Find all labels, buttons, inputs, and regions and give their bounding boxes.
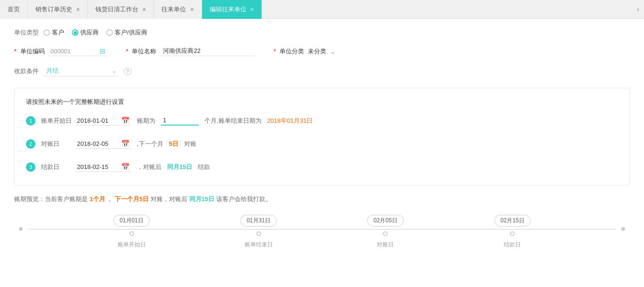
tab-partner-units[interactable]: 往来单位 × [154, 0, 202, 19]
tab-partner-units-close[interactable]: × [190, 6, 194, 13]
period-row-2: 2 对账日 📅 ,下一个月 5日 对账 [26, 139, 618, 149]
payment-terms-arrow: ⌄ [112, 68, 116, 74]
timeline: 01月01日 账单开始日 01月31日 账单结束日 02月05日 对账日 [14, 215, 630, 249]
copy-icon[interactable]: ⊟ [100, 47, 105, 55]
preview-text: 账期预览：当前客户账期是 1个月 ， 下一个月5日 对账，对账后 同月15日 该… [14, 195, 630, 203]
payment-date-input[interactable] [77, 163, 119, 170]
tab-sales-history[interactable]: 销售订单历史 × [28, 0, 88, 19]
tab-edit-partner[interactable]: 编辑往来单位 × [202, 0, 262, 19]
node-dot-1 [129, 231, 134, 236]
payment-terms-label: 收款条件 [14, 67, 39, 76]
radio-supplier[interactable]: 供应商 [72, 28, 99, 37]
tab-cash-work-close[interactable]: × [142, 6, 146, 13]
payment-terms-value: 月结 [46, 67, 110, 75]
unit-code-input[interactable] [51, 48, 98, 55]
node-label-top-4: 02月15日 [494, 215, 531, 227]
tab-cash-work[interactable]: 钱货日清工作台 × [88, 0, 154, 19]
row-number-3: 3 [26, 162, 35, 172]
radio-customer-circle [43, 29, 50, 36]
period-value-input[interactable] [161, 116, 199, 126]
end-date-highlight: 2018年01月31日 [267, 117, 313, 125]
timeline-start [19, 227, 23, 231]
tab-edit-partner-close[interactable]: × [250, 6, 254, 13]
node-dot-3 [383, 231, 388, 236]
radio-both-circle [106, 29, 113, 36]
field-label-3: 结款日 [41, 163, 69, 171]
unit-type-label: 单位类型 [14, 28, 39, 37]
period-row-3: 3 结款日 📅 ，对账后 同月15日 结款 [26, 162, 618, 172]
main-content: 单位类型 客户 供应商 客户/供应商 * 单位编码 ⊟ [0, 19, 644, 287]
timeline-nodes: 01月01日 账单开始日 01月31日 账单结束日 02月05日 对账日 [33, 215, 611, 249]
classify-value: 未分类 [308, 47, 326, 56]
start-date-input[interactable] [77, 117, 119, 124]
node-label-top-2: 01月31日 [240, 215, 277, 227]
timeline-end [621, 227, 625, 231]
reconcile-date-calendar-icon[interactable]: 📅 [121, 140, 129, 147]
payment-date-calendar-icon[interactable]: 📅 [121, 163, 129, 170]
preview-part2: 下一个月5日 [115, 195, 149, 203]
payment-suffix-2: 结款 [198, 163, 210, 171]
reconcile-date-input-wrap: 📅 [75, 139, 131, 149]
reconcile-suffix-1: ,下一个月 [137, 140, 163, 148]
payment-terms-select[interactable]: 月结 ⌄ [43, 66, 119, 76]
period-unit-text: 个月,账单结束日期为 [204, 117, 262, 125]
period-settings-section: 请按照未来的一个完整帐期进行设置 1 账单开始日 📅 账期为 个月,账单结束日期… [14, 88, 630, 186]
end-dot [621, 227, 625, 231]
field-label-1: 账单开始日 [41, 117, 69, 125]
unit-info-row: * 单位编码 ⊟ * 单位名称 * 单位分类 未分类 ⌄ [14, 46, 630, 56]
unit-type-row: 单位类型 客户 供应商 客户/供应商 [14, 28, 630, 37]
field-label-2: 对账日 [41, 140, 69, 148]
node-label-bottom-4: 结款日 [504, 241, 521, 249]
timeline-node-3: 02月05日 对账日 [367, 215, 404, 249]
node-label-bottom-1: 账单开始日 [118, 241, 146, 249]
preview-part3: 同月15日 [189, 195, 214, 203]
section-title: 请按照未来的一个完整帐期进行设置 [26, 98, 618, 106]
node-label-top-3: 02月05日 [367, 215, 404, 227]
tab-home[interactable]: 首页 [0, 0, 28, 19]
tab-sales-history-close[interactable]: × [76, 6, 80, 13]
payment-date-input-wrap: 📅 [75, 162, 131, 172]
unit-name-group: * 单位名称 [126, 47, 255, 56]
payment-terms-row: 收款条件 月结 ⌄ ? [14, 66, 630, 76]
radio-supplier-circle [72, 29, 78, 36]
reconcile-suffix-2: 对账 [184, 140, 196, 148]
payment-highlight: 同月15日 [167, 163, 192, 171]
unit-classify-group: * 单位分类 未分类 ⌄ [273, 47, 383, 56]
timeline-node-1: 01月01日 账单开始日 [113, 215, 150, 249]
timeline-node-4: 02月15日 结款日 [494, 215, 531, 249]
row-number-2: 2 [26, 139, 35, 149]
unit-code-label: * 单位编码 [14, 47, 45, 56]
node-label-top-1: 01月01日 [113, 215, 150, 227]
period-label: 账期为 [137, 117, 155, 125]
node-dot-4 [510, 231, 515, 236]
unit-name-input[interactable] [160, 47, 254, 56]
timeline-node-2: 01月31日 账单结束日 [240, 215, 277, 249]
start-date-input-wrap: 📅 [75, 116, 131, 126]
unit-classify-select[interactable]: 未分类 ⌄ [308, 47, 383, 56]
radio-customer[interactable]: 客户 [43, 28, 64, 37]
start-date-calendar-icon[interactable]: 📅 [121, 117, 129, 124]
radio-both[interactable]: 客户/供应商 [106, 28, 147, 37]
unit-name-label: * 单位名称 [126, 47, 157, 56]
start-dot [19, 227, 23, 231]
row-number-1: 1 [26, 116, 35, 126]
reconcile-highlight: 5日 [169, 140, 178, 148]
tab-scroll-arrow[interactable]: › [632, 5, 644, 14]
period-row-1: 1 账单开始日 📅 账期为 个月,账单结束日期为 2018年01月31日 [26, 116, 618, 126]
payment-suffix-1: ，对账后 [137, 163, 161, 171]
unit-classify-label: * 单位分类 [273, 47, 304, 56]
node-label-bottom-2: 账单结束日 [245, 241, 273, 249]
unit-code-group: * 单位编码 ⊟ [14, 46, 107, 56]
node-dot-2 [256, 231, 261, 236]
node-label-bottom-3: 对账日 [377, 241, 394, 249]
reconcile-date-input[interactable] [77, 140, 119, 147]
preview-part1: 1个月 [90, 195, 105, 203]
help-icon[interactable]: ? [124, 68, 131, 75]
unit-code-input-wrap: ⊟ [49, 46, 107, 56]
preview-section: 账期预览：当前客户账期是 1个月 ， 下一个月5日 对账，对账后 同月15日 该… [14, 195, 630, 256]
unit-type-radio-group: 客户 供应商 客户/供应商 [43, 28, 147, 37]
classify-dropdown-arrow[interactable]: ⌄ [330, 48, 336, 55]
tab-bar: 首页 销售订单历史 × 钱货日清工作台 × 往来单位 × 编辑往来单位 × › [0, 0, 644, 19]
